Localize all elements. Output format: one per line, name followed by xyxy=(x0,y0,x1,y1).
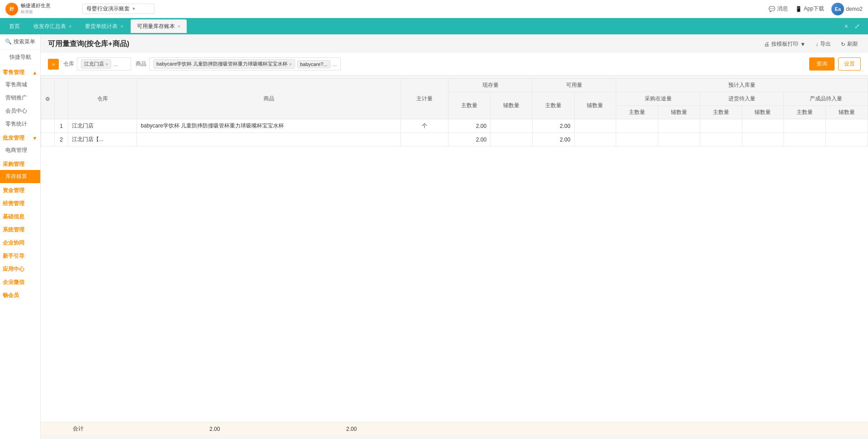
sidebar-item-member-label: 会员中心 xyxy=(5,108,27,114)
row-stock-main: 2.00 xyxy=(448,133,491,146)
chevron-down-icon: ▼ xyxy=(132,6,136,11)
row-product xyxy=(137,133,401,146)
close-icon[interactable]: × xyxy=(120,24,123,29)
product-tag2: babycare?... xyxy=(297,60,331,68)
warehouse-tag-close[interactable]: × xyxy=(105,61,108,67)
tab-receive[interactable]: 收发存汇总表 × xyxy=(27,19,78,33)
print-button[interactable]: 🖨 按模板打印 ▼ xyxy=(761,39,808,49)
sidebar-section-wechat-label: 企业微信 xyxy=(3,279,24,286)
horizontal-scrollbar[interactable] xyxy=(41,435,868,439)
print-icon: 🖨 xyxy=(764,41,769,47)
th-production-sub: 辅数量 xyxy=(826,106,868,119)
chevron-up-icon: ▲ xyxy=(32,70,38,76)
sidebar-section-operation[interactable]: 经营管理 xyxy=(0,196,40,209)
sidebar-search[interactable]: 🔍 搜索菜单 xyxy=(0,34,40,50)
sidebar-section-purchase[interactable]: 采购管理 xyxy=(0,157,40,170)
sidebar-section-vip-label: 畅会员 xyxy=(3,292,19,299)
print-label: 按模板打印 xyxy=(771,40,798,48)
footer-stock-sub xyxy=(249,426,317,432)
th-production-main: 主数量 xyxy=(784,106,826,119)
top-right: 💬 消息 📱 App下载 Ea demo2 xyxy=(769,3,863,15)
main-layout: 🔍 搜索菜单 快捷导航 零售管理 ▲ 零售商城 营销推广 会员中心 零售统计 批… xyxy=(0,34,868,439)
export-button[interactable]: ↓ 导出 xyxy=(813,39,834,49)
row-production-sub xyxy=(826,133,868,146)
product-more-icon[interactable]: ... xyxy=(332,61,337,67)
product-tag1-close[interactable]: × xyxy=(289,61,292,67)
th-index xyxy=(55,79,68,119)
tab-actions: × ⤢ xyxy=(843,21,865,32)
logo-text-area: 畅捷通好生意 标准版 xyxy=(21,3,51,14)
content-area: 可用量查询(按仓库+商品) 🖨 按模板打印 ▼ ↓ 导出 ↻ 刷新 xyxy=(41,34,868,439)
row-purchase-sub xyxy=(658,133,700,146)
row-production-main xyxy=(784,133,826,146)
sidebar-section-enterprise[interactable]: 企业协同 xyxy=(0,236,40,249)
footer-production-main xyxy=(727,426,796,432)
row-inbound-sub xyxy=(742,119,784,133)
sidebar-item-inventory[interactable]: 库存核算 xyxy=(0,170,40,183)
sidebar-section-apps[interactable]: 应用中心 xyxy=(0,262,40,275)
row-settings[interactable] xyxy=(41,119,55,133)
sidebar-section-purchase-label: 采购管理 xyxy=(3,160,24,168)
sidebar-item-retail-stats[interactable]: 零售统计 xyxy=(0,118,40,131)
sidebar-section-wholesale[interactable]: 批发管理 ▼ xyxy=(0,131,40,144)
sidebar-item-ecommerce[interactable]: 电商管理 xyxy=(0,144,40,157)
sidebar-section-vip[interactable]: 畅会员 xyxy=(0,288,40,301)
close-icon[interactable]: × xyxy=(69,24,71,29)
th-production-pending-group: 产成品待入量 xyxy=(784,92,868,106)
table-footer: 合计 2.00 2.00 xyxy=(41,422,868,435)
sidebar-section-system-label: 系统管理 xyxy=(3,226,24,234)
th-product: 商品 xyxy=(137,79,401,119)
sidebar-section-wechat[interactable]: 企业微信 xyxy=(0,275,40,288)
page-actions: 🖨 按模板打印 ▼ ↓ 导出 ↻ 刷新 xyxy=(761,39,861,49)
row-production-sub xyxy=(826,119,868,133)
inventory-table: ⚙ 仓库 商品 主计量 现存量 可用量 预计入库量 主数量 辅数量 主数量 辅数… xyxy=(41,78,868,146)
footer-purchase-sub xyxy=(523,426,591,432)
warehouse-input[interactable]: 江北门店 × ... xyxy=(77,57,131,71)
product-filter: 商品 babycare学饮杯 儿童防摔防撞吸管杯重力球吸嘴杯宝宝水杯 × bab… xyxy=(136,57,341,71)
store-selector[interactable]: 母婴行业演示账套 ▼ xyxy=(82,4,155,14)
footer-production-sub xyxy=(796,426,864,432)
sidebar-item-marketing[interactable]: 营销推广 xyxy=(0,91,40,104)
query-button[interactable]: 查询 xyxy=(809,57,835,71)
footer-inbound-main xyxy=(591,426,659,432)
logo-text: 畅捷通好生意 xyxy=(21,3,51,9)
th-purchase-transit-group: 采购在途量 xyxy=(616,92,700,106)
message-label: 消息 xyxy=(777,5,788,13)
sidebar-item-member[interactable]: 会员中心 xyxy=(0,104,40,118)
sidebar-search-label: 搜索菜单 xyxy=(14,38,35,45)
sidebar-section-system[interactable]: 系统管理 xyxy=(0,222,40,236)
settings-button[interactable]: 设置 xyxy=(838,57,861,71)
tab-inventory[interactable]: 可用量库存账本 × xyxy=(131,19,187,33)
sidebar-item-retail-mall[interactable]: 零售商城 xyxy=(0,78,40,91)
close-all-tabs-button[interactable]: × xyxy=(843,21,850,32)
store-selector-text: 母婴行业演示账套 xyxy=(86,5,130,13)
export-icon: ↓ xyxy=(816,41,818,47)
sidebar-section-retail[interactable]: 零售管理 ▲ xyxy=(0,65,40,78)
filter-toggle-button[interactable]: » xyxy=(48,59,59,70)
th-forecast-group: 预计入库量 xyxy=(616,79,868,92)
app-download-button[interactable]: 📱 App下载 xyxy=(795,5,824,13)
sidebar-section-basic[interactable]: 基础信息 xyxy=(0,209,40,222)
sidebar-item-quick-nav[interactable]: 快捷导航 xyxy=(0,50,40,65)
close-icon[interactable]: × xyxy=(178,24,180,29)
chevron-down-icon: ▼ xyxy=(32,135,38,142)
user-menu[interactable]: Ea demo2 xyxy=(831,3,863,15)
refresh-button[interactable]: ↻ 刷新 xyxy=(838,39,861,49)
row-settings[interactable] xyxy=(41,133,55,146)
product-input[interactable]: babycare学饮杯 儿童防摔防撞吸管杯重力球吸嘴杯宝宝水杯 × babyca… xyxy=(149,57,341,71)
warehouse-more-icon[interactable]: ... xyxy=(113,61,118,67)
row-inbound-sub xyxy=(742,133,784,146)
row-inbound-main xyxy=(700,133,742,146)
message-button[interactable]: 💬 消息 xyxy=(769,5,788,13)
tab-home[interactable]: 首页 xyxy=(3,19,26,33)
refresh-label: 刷新 xyxy=(847,40,858,48)
th-purchase-sub: 辅数量 xyxy=(658,106,700,119)
product-tag1: babycare学饮杯 儿童防摔防撞吸管杯重力球吸嘴杯宝宝水杯 × xyxy=(153,59,295,69)
sidebar-section-newbie[interactable]: 新手引导 xyxy=(0,249,40,262)
maximize-button[interactable]: ⤢ xyxy=(853,21,862,32)
sidebar-section-finance[interactable]: 资金管理 xyxy=(0,183,40,196)
sidebar-section-operation-label: 经营管理 xyxy=(3,200,24,208)
tab-order[interactable]: 要货单统计表 × xyxy=(79,19,129,33)
th-settings[interactable]: ⚙ xyxy=(41,79,55,119)
sidebar-section-enterprise-label: 企业协同 xyxy=(3,239,24,247)
